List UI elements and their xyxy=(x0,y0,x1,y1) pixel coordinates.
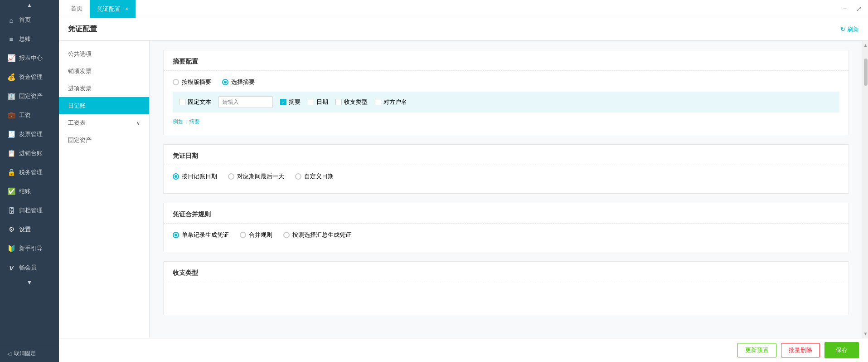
sidebar-item-report[interactable]: 📈 报表中心 xyxy=(0,49,59,68)
page-container: 凭证配置 ↻ 刷新 公共选项 销项发票 进项发票 日记账 xyxy=(59,18,868,362)
vip-icon: V xyxy=(7,264,15,272)
voucher-date-title: 凭证日期 xyxy=(164,145,849,165)
sidebar: ▲ ⌂ 首页 ≡ 总账 📈 报表中心 💰 资金管理 🏢 固定资产 💼 工资 🧾 … xyxy=(0,0,59,362)
sidebar-bottom: ◁ 取消固定 xyxy=(0,345,59,362)
sidebar-item-settle[interactable]: ✅ 结账 xyxy=(0,182,59,201)
outer-scrollbar[interactable]: ▲ ▼ xyxy=(863,41,868,338)
tab-close-button[interactable]: × xyxy=(125,6,128,12)
archive-icon: 🗄 xyxy=(7,207,15,215)
invoice-icon: 🧾 xyxy=(7,130,15,138)
sidebar-item-ledger[interactable]: ≡ 总账 xyxy=(0,29,59,49)
income-type-body xyxy=(164,282,849,315)
tab-actions: － ⤢ xyxy=(839,3,863,15)
home-icon: ⌂ xyxy=(7,16,15,24)
radio-merge-rule-circle xyxy=(240,232,246,238)
sidebar-item-purchase[interactable]: 📋 进销台账 xyxy=(0,144,59,163)
scroll-down-arrow[interactable]: ▼ xyxy=(863,329,868,338)
sidebar-item-asset[interactable]: 🏢 固定资产 xyxy=(0,87,59,106)
left-nav-purchase-invoice[interactable]: 进项发票 xyxy=(59,80,149,97)
left-nav-payroll[interactable]: 工资表 ∨ xyxy=(59,114,149,132)
radio-template-summary[interactable]: 按模版摘要 xyxy=(173,78,211,86)
merge-rule-radio-group: 单条记录生成凭证 合并规则 按照选择汇总生成凭证 xyxy=(173,231,839,239)
refresh-button[interactable]: ↻ 刷新 xyxy=(840,25,859,34)
left-nav-journal[interactable]: 日记账 xyxy=(59,97,149,114)
tab-minimize-button[interactable]: － xyxy=(839,3,850,15)
radio-period-last[interactable]: 对应期间最后一天 xyxy=(228,172,284,181)
summary-config-section: 摘要配置 按模版摘要 选择摘要 xyxy=(163,50,849,135)
page-title: 凭证配置 xyxy=(68,24,97,34)
checkbox-counterparty[interactable]: 对方户名 xyxy=(375,98,407,106)
voucher-date-body: 按日记账日期 对应期间最后一天 自定义日期 xyxy=(164,165,849,193)
left-nav-public[interactable]: 公共选项 xyxy=(59,45,149,63)
tab-restore-button[interactable]: ⤢ xyxy=(854,4,863,14)
tax-icon: 🔒 xyxy=(7,168,15,176)
tab-home[interactable]: 首页 xyxy=(63,0,90,18)
left-nav-fixed-asset[interactable]: 固定资产 xyxy=(59,132,149,149)
sidebar-scroll-up[interactable]: ▲ xyxy=(0,0,59,10)
radio-single-record[interactable]: 单条记录生成凭证 xyxy=(173,231,229,239)
radio-select-merge-circle xyxy=(283,232,290,238)
checkbox-summary[interactable]: ✓ 摘要 xyxy=(280,98,301,106)
sidebar-item-archive[interactable]: 🗄 归档管理 xyxy=(0,201,59,220)
left-nav: 公共选项 销项发票 进项发票 日记账 工资表 ∨ 固定资产 xyxy=(59,41,150,338)
guide-icon: 🔰 xyxy=(7,245,15,253)
ledger-icon: ≡ xyxy=(7,35,15,43)
unpin-button[interactable]: ◁ 取消固定 xyxy=(0,345,59,362)
radio-single-record-circle xyxy=(173,232,179,238)
merge-rule-title: 凭证合并规则 xyxy=(164,203,849,224)
sidebar-item-home[interactable]: ⌂ 首页 xyxy=(0,10,59,29)
checkbox-fixed-text-box xyxy=(179,99,185,105)
sidebar-scroll-down[interactable]: ▼ xyxy=(0,277,59,288)
sidebar-item-guide[interactable]: 🔰 新手引导 xyxy=(0,239,59,258)
radio-select-summary[interactable]: 选择摘要 xyxy=(222,78,255,86)
tab-voucher-config[interactable]: 凭证配置 × xyxy=(90,0,136,18)
summary-checkbox-row: 固定文本 ✓ 摘要 日期 xyxy=(173,92,839,113)
settings-icon: ⚙ xyxy=(7,225,15,234)
checkbox-counterparty-box xyxy=(375,99,381,105)
right-content: 摘要配置 按模版摘要 选择摘要 xyxy=(150,41,863,338)
sidebar-item-salary[interactable]: 💼 工资 xyxy=(0,106,59,125)
summary-example-text: 例如：摘要 xyxy=(173,116,839,127)
sidebar-item-invoice[interactable]: 🧾 发票管理 xyxy=(0,125,59,144)
checkbox-income-type[interactable]: 收支类型 xyxy=(335,98,368,106)
scroll-thumb[interactable] xyxy=(864,59,868,86)
radio-select-merge[interactable]: 按照选择汇总生成凭证 xyxy=(283,231,351,239)
sidebar-item-tax[interactable]: 🔒 税务管理 xyxy=(0,163,59,182)
sidebar-item-fund[interactable]: 💰 资金管理 xyxy=(0,68,59,87)
left-nav-sales[interactable]: 销项发票 xyxy=(59,63,149,80)
settle-icon: ✅ xyxy=(7,187,15,196)
refresh-icon: ↻ xyxy=(840,26,845,33)
content-area: 公共选项 销项发票 进项发票 日记账 工资表 ∨ 固定资产 xyxy=(59,41,868,338)
summary-config-title: 摘要配置 xyxy=(164,50,849,71)
income-type-content xyxy=(173,289,839,308)
update-preview-button[interactable]: 更新预置 xyxy=(737,343,776,357)
checkbox-date-box xyxy=(308,99,314,105)
purchase-icon: 📋 xyxy=(7,149,15,157)
scroll-up-arrow[interactable]: ▲ xyxy=(863,41,868,49)
checkbox-summary-box: ✓ xyxy=(280,99,286,105)
report-icon: 📈 xyxy=(7,54,15,62)
radio-select-circle xyxy=(222,79,228,85)
pin-icon: ◁ xyxy=(7,351,11,357)
fixed-text-input[interactable] xyxy=(218,96,273,108)
save-button[interactable]: 保存 xyxy=(824,342,859,358)
checkbox-date[interactable]: 日期 xyxy=(308,98,328,106)
radio-journal-date[interactable]: 按日记账日期 xyxy=(173,172,217,181)
merge-rule-body: 单条记录生成凭证 合并规则 按照选择汇总生成凭证 xyxy=(164,224,849,252)
batch-delete-button[interactable]: 批量删除 xyxy=(781,343,820,357)
radio-journal-date-circle xyxy=(173,173,179,180)
summary-config-body: 按模版摘要 选择摘要 固定文本 xyxy=(164,71,849,135)
checkbox-income-box xyxy=(335,99,342,105)
fund-icon: 💰 xyxy=(7,73,15,81)
bottom-bar: 更新预置 批量删除 保存 xyxy=(59,338,868,362)
voucher-date-radio-group: 按日记账日期 对应期间最后一天 自定义日期 xyxy=(173,172,839,181)
checkbox-fixed-text[interactable]: 固定文本 xyxy=(179,98,211,106)
income-type-title: 收支类型 xyxy=(164,262,849,282)
tab-bar: 首页 凭证配置 × － ⤢ xyxy=(59,0,868,18)
radio-custom-date[interactable]: 自定义日期 xyxy=(295,172,334,181)
sidebar-item-settings[interactable]: ⚙ 设置 xyxy=(0,220,59,239)
radio-merge-rule[interactable]: 合并规则 xyxy=(240,231,272,239)
sidebar-item-vip[interactable]: V 畅会员 xyxy=(0,258,59,277)
radio-period-last-circle xyxy=(228,173,234,180)
merge-rule-section: 凭证合并规则 单条记录生成凭证 合并规则 xyxy=(163,203,849,252)
